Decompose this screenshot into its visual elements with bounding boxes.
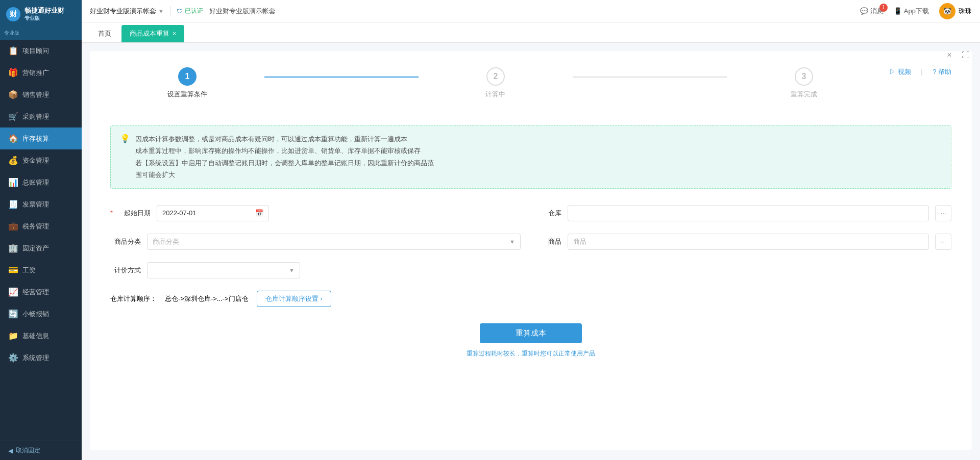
purchase-icon: 🛒: [8, 112, 18, 121]
tabs-bar: 首页 商品成本重算 ×: [82, 22, 980, 43]
step-3: 3 重算完成: [727, 67, 881, 99]
sidebar: 财 畅捷通好业财 专业版 专业版 📋 项目顾问 🎁 营销推广 📦 销售管理 🛒 …: [0, 0, 82, 460]
sidebar-item-sales[interactable]: 📦 销售管理: [0, 84, 82, 106]
expense-icon: 🔄: [8, 309, 18, 319]
step-line-2: [573, 76, 727, 78]
logo-title: 畅捷通好业财: [24, 7, 64, 15]
page-controls: × ⛶: [943, 49, 972, 61]
product-label: 商品: [541, 237, 561, 246]
expand-page-btn[interactable]: ⛶: [960, 49, 972, 61]
warehouse-order-btn-label: 仓库计算顺序设置 ›: [265, 294, 323, 303]
warehouse-order-value: 总仓->深圳仓库->...->门店仓: [165, 294, 249, 303]
sidebar-item-project[interactable]: 📋 项目顾问: [0, 40, 82, 62]
user-name: 珠珠: [959, 7, 972, 16]
sidebar-item-marketing[interactable]: 🎁 营销推广: [0, 62, 82, 84]
message-btn[interactable]: 💬 消息 1: [860, 7, 884, 16]
start-date-input[interactable]: 2022-07-01 📅: [157, 205, 269, 221]
form-container: 1 设置重算条件 2 计算中 3 重算完成 ▷ 视频: [90, 51, 972, 450]
sidebar-item-basic[interactable]: 📁 基础信息: [0, 325, 82, 347]
shield-icon: 🛡: [177, 8, 183, 15]
sidebar-item-inventory[interactable]: 🏠 库存核算: [0, 127, 82, 149]
calendar-icon[interactable]: 📅: [255, 209, 263, 217]
invoice-label: 发票管理: [22, 200, 49, 209]
assets-icon: 🏢: [8, 243, 18, 253]
step-1-label: 设置重算条件: [167, 90, 207, 99]
message-icon: 💬: [860, 7, 868, 15]
sidebar-item-invoice[interactable]: 🧾 发票管理: [0, 193, 82, 215]
category-select[interactable]: 商品分类 ▼: [147, 234, 521, 250]
info-text: 因成本计算参数调整，或是对商品成本有疑问时，可以通过成本重算功能，重新计算一遍成…: [135, 133, 434, 181]
sidebar-item-tax[interactable]: 💼 税务管理: [0, 215, 82, 237]
tab-home[interactable]: 首页: [90, 25, 119, 42]
sidebar-logo: 财 畅捷通好业财 专业版: [0, 0, 82, 29]
warehouse-field: 仓库 ···: [541, 205, 951, 221]
page-area: × ⛶ 1 设置重算条件 2 计算中 3: [82, 43, 980, 460]
product-placeholder: 商品: [573, 237, 586, 246]
warehouse-dots-btn[interactable]: ···: [935, 205, 951, 221]
system-icon: ⚙️: [8, 353, 18, 363]
step-1: 1 设置重算条件: [110, 67, 264, 99]
category-label: 商品分类: [110, 237, 141, 246]
sidebar-item-purchase[interactable]: 🛒 采购管理: [0, 106, 82, 127]
form-row-1: * 起始日期 2022-07-01 📅 仓库 ···: [110, 205, 951, 221]
account-selector[interactable]: 好业财专业版演示帐套 ▼: [90, 7, 164, 16]
info-box: 💡 因成本计算参数调整，或是对商品成本有疑问时，可以通过成本重算功能，重新计算一…: [110, 125, 951, 189]
step-2: 2 计算中: [419, 67, 573, 99]
form-row-2: 商品分类 商品分类 ▼ 商品 商品 ···: [110, 234, 951, 250]
step-1-circle: 1: [178, 67, 197, 86]
expense-label: 小畅报销: [22, 310, 49, 319]
sidebar-item-system[interactable]: ⚙️ 系统管理: [0, 347, 82, 369]
sidebar-item-salary[interactable]: 💳 工资: [0, 259, 82, 281]
system-label: 系统管理: [22, 353, 49, 363]
tab-close-icon[interactable]: ×: [173, 30, 176, 37]
video-link[interactable]: ▷ 视频: [889, 68, 911, 75]
topbar-company: 好业财专业版演示帐套: [209, 7, 276, 16]
info-line-1: 因成本计算参数调整，或是对商品成本有疑问时，可以通过成本重算功能，重新计算一遍成…: [135, 133, 434, 145]
warehouse-label: 仓库: [541, 209, 561, 218]
recalculate-btn[interactable]: 重算成本: [480, 323, 582, 343]
operations-icon: 📈: [8, 287, 18, 297]
info-icon: 💡: [120, 134, 130, 181]
logo-icon: 财: [6, 7, 20, 21]
start-date-label: 起始日期: [120, 209, 151, 218]
product-input[interactable]: 商品: [568, 234, 929, 250]
inventory-label: 库存核算: [22, 134, 49, 143]
account-name: 好业财专业版演示帐套: [90, 7, 156, 16]
submit-hint: 重算过程耗时较长，重算时您可以正常使用产品: [467, 349, 595, 358]
sales-icon: 📦: [8, 90, 18, 99]
project-icon: 📋: [8, 46, 18, 56]
sidebar-item-finance[interactable]: 💰 资金管理: [0, 149, 82, 171]
topbar-verified: 🛡 已认证: [177, 7, 203, 15]
sidebar-item-accounting[interactable]: 📊 总账管理: [0, 171, 82, 193]
warehouse-input[interactable]: [568, 205, 929, 221]
sidebar-unpin-btn[interactable]: ◀ 取消固定: [0, 441, 82, 460]
sidebar-item-expense[interactable]: 🔄 小畅报销: [0, 303, 82, 325]
start-date-value: 2022-07-01: [162, 209, 197, 217]
app-download-btn[interactable]: 📱 App下载: [894, 7, 929, 16]
close-page-btn[interactable]: ×: [943, 49, 955, 61]
product-dots-btn[interactable]: ···: [935, 234, 951, 250]
unpin-label: 取消固定: [16, 446, 40, 455]
accounting-label: 总账管理: [22, 178, 49, 187]
unpin-icon: ◀: [8, 447, 13, 454]
info-line-2: 成本重算过程中，影响库存账的操作均不能操作，比如进货单、销货单、库存单据不能审核…: [135, 145, 434, 157]
price-method-select[interactable]: ▼: [147, 262, 300, 278]
warehouse-order-btn[interactable]: 仓库计算顺序设置 ›: [257, 291, 331, 307]
user-menu[interactable]: 🐼 珠珠: [939, 3, 972, 19]
step-helpers: ▷ 视频 | ? 帮助: [881, 67, 951, 76]
sidebar-scroll: 📋 项目顾问 🎁 营销推广 📦 销售管理 🛒 采购管理 🏠 库存核算 💰 资金管…: [0, 40, 82, 441]
sidebar-item-operations[interactable]: 📈 经营管理: [0, 281, 82, 303]
invoice-icon: 🧾: [8, 199, 18, 209]
help-link[interactable]: ? 帮助: [933, 68, 951, 75]
steps: 1 设置重算条件 2 计算中 3 重算完成: [110, 67, 881, 99]
sidebar-item-assets[interactable]: 🏢 固定资产: [0, 237, 82, 259]
tab-home-label: 首页: [98, 30, 111, 37]
main-content: 好业财专业版演示帐套 ▼ 🛡 已认证 好业财专业版演示帐套 💬 消息 1 📱 A…: [82, 0, 980, 460]
category-field: 商品分类 商品分类 ▼: [110, 234, 521, 250]
step-3-label: 重算完成: [791, 90, 817, 99]
basic-label: 基础信息: [22, 331, 49, 341]
tax-icon: 💼: [8, 221, 18, 231]
purchase-label: 采购管理: [22, 112, 49, 121]
tab-recalc[interactable]: 商品成本重算 ×: [121, 25, 184, 42]
finance-icon: 💰: [8, 156, 18, 165]
